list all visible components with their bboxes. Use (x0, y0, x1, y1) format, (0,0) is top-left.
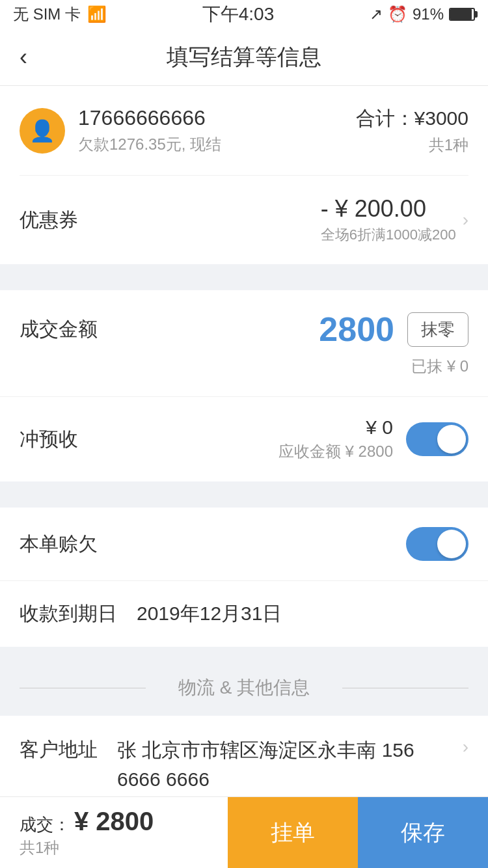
debt-toggle[interactable] (406, 527, 468, 561)
user-left: 👤 17666666666 欠款1276.35元, 现结 (20, 106, 221, 155)
amount-section: 成交金额 2800 抹零 已抹 ¥ 0 (0, 290, 488, 396)
nav-bar: ‹ 填写结算等信息 (0, 29, 488, 86)
coupon-label: 优惠券 (20, 207, 78, 234)
amount-label: 成交金额 (20, 316, 98, 343)
logistics-line-left (20, 688, 146, 688)
duedate-section: 收款到期日 2019年12月31日 (0, 580, 488, 647)
save-button[interactable]: 保存 (358, 797, 488, 869)
bottom-deal-amount: ¥ 2800 (74, 807, 208, 836)
coupon-amount: - ¥ 200.00 (321, 195, 456, 223)
logistics-title: 物流 & 其他信息 (178, 675, 310, 700)
debt-section: 本单赊欠 (0, 508, 488, 580)
prepay-right: ¥ 0 应收金额 ¥ 2800 (278, 416, 468, 462)
bottom-info: 成交： ¥ 2800 共1种 (0, 807, 228, 858)
amount-value-wrap: 2800 抹零 (319, 310, 468, 349)
round-button[interactable]: 抹零 (407, 312, 468, 347)
coupon-right: - ¥ 200.00 全场6折满1000减200 › (321, 195, 468, 245)
debt-toggle-thumb (437, 530, 466, 558)
duedate-label: 收款到期日 (20, 601, 117, 627)
address-label: 客户地址 (20, 735, 98, 763)
prepay-toggle[interactable] (406, 422, 468, 456)
amount-value: 2800 (319, 310, 394, 349)
debt-label: 本单赊欠 (20, 531, 98, 558)
prepay-receivable: 应收金额 ¥ 2800 (278, 441, 393, 462)
status-time: 下午4:03 (202, 2, 275, 27)
total-count: 共1种 (356, 135, 468, 156)
bottom-deal-row: 成交： ¥ 2800 (20, 807, 208, 836)
coupon-chevron-icon: › (463, 210, 468, 230)
prepay-row: 冲预收 ¥ 0 应收金额 ¥ 2800 (20, 416, 468, 462)
logistics-header: 物流 & 其他信息 (0, 660, 488, 716)
duedate-value: 2019年12月31日 (137, 601, 282, 627)
sim-icon: 无 SIM 卡 (13, 4, 81, 25)
address-value: 张 北京市市辖区海淀区永丰南 156 6666 6666 (117, 735, 456, 794)
user-debt: 欠款1276.35元, 现结 (78, 134, 221, 155)
bottom-bar: 成交： ¥ 2800 共1种 挂单 保存 (0, 796, 488, 868)
avatar: 👤 (20, 108, 65, 154)
alarm-icon: ⏰ (388, 5, 407, 23)
page-title: 填写结算等信息 (167, 42, 321, 72)
bottom-deal-count: 共1种 (20, 837, 208, 858)
prepay-amount-wrap: ¥ 0 应收金额 ¥ 2800 (278, 416, 393, 462)
total-amount: 合计：¥3000 (356, 105, 468, 132)
toggle-thumb (437, 425, 466, 454)
user-right: 合计：¥3000 共1种 (356, 105, 468, 156)
user-info: 17666666666 欠款1276.35元, 现结 (78, 106, 221, 155)
logistics-line-right (342, 688, 468, 688)
coupon-row[interactable]: 优惠券 - ¥ 200.00 全场6折满1000减200 › (0, 176, 488, 264)
user-info-card: 👤 17666666666 欠款1276.35元, 现结 合计：¥3000 共1… (0, 86, 488, 264)
back-button[interactable]: ‹ (20, 44, 27, 71)
prepay-label: 冲预收 (20, 426, 78, 453)
section-gap-2 (0, 481, 488, 495)
status-left: 无 SIM 卡 📶 (13, 4, 107, 25)
bottom-deal-label: 成交： (20, 813, 70, 836)
amount-row: 成交金额 2800 抹零 (20, 310, 468, 349)
already-erased: 已抹 ¥ 0 (411, 357, 468, 375)
address-chevron-icon: › (463, 735, 468, 757)
location-icon: ↗ (370, 5, 383, 23)
user-row: 👤 17666666666 欠款1276.35元, 现结 合计：¥3000 共1… (0, 86, 488, 175)
prepay-amount: ¥ 0 (278, 416, 393, 439)
section-gap-1 (0, 277, 488, 290)
battery-percent: 91% (413, 5, 444, 23)
hold-button[interactable]: 挂单 (228, 797, 358, 869)
wifi-icon: 📶 (87, 5, 107, 23)
coupon-desc: 全场6折满1000减200 (321, 225, 456, 245)
battery-icon (449, 8, 475, 21)
content: 👤 17666666666 欠款1276.35元, 现结 合计：¥3000 共1… (0, 86, 488, 868)
user-phone: 17666666666 (78, 106, 221, 130)
debt-card: 本单赊欠 收款到期日 2019年12月31日 (0, 508, 488, 647)
status-right: ↗ ⏰ 91% (370, 5, 475, 23)
status-bar: 无 SIM 卡 📶 下午4:03 ↗ ⏰ 91% (0, 0, 488, 29)
prepay-section: 冲预收 ¥ 0 应收金额 ¥ 2800 (0, 396, 488, 481)
amount-card: 成交金额 2800 抹零 已抹 ¥ 0 冲预收 ¥ 0 应收金额 ¥ 2800 (0, 290, 488, 481)
